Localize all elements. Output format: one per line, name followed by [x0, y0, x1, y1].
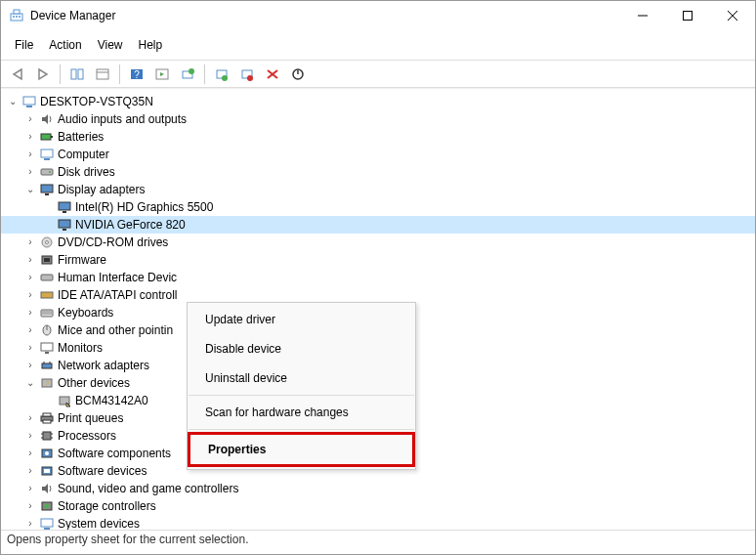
- expander-icon[interactable]: ›: [22, 321, 38, 339]
- expander-icon[interactable]: ›: [22, 146, 38, 163]
- properties-button[interactable]: [92, 64, 113, 85]
- svg-rect-61: [43, 420, 51, 423]
- scan-hardware-button[interactable]: [177, 64, 198, 85]
- svg-text:?: ?: [45, 379, 50, 388]
- mouse-icon: [38, 322, 56, 338]
- tree-node-nvidia-geforce[interactable]: NVIDIA GeForce 820: [1, 216, 755, 234]
- back-button[interactable]: [7, 64, 28, 85]
- close-button[interactable]: [710, 1, 755, 30]
- expander-icon[interactable]: ›: [22, 480, 38, 497]
- update-driver-button[interactable]: [211, 64, 232, 85]
- expander-icon[interactable]: ›: [22, 515, 38, 530]
- tree-node-intel-graphics[interactable]: Intel(R) HD Graphics 5500: [1, 198, 755, 216]
- statusbar: Opens property sheet for the current sel…: [1, 530, 755, 551]
- node-label: Sound, video and game controllers: [58, 480, 238, 497]
- svg-rect-35: [59, 202, 70, 210]
- svg-rect-6: [684, 12, 693, 21]
- monitor-icon: [38, 340, 56, 356]
- tree-node-sysdev[interactable]: › System devices: [1, 515, 755, 530]
- tree-node-storage[interactable]: › Storage controllers: [1, 497, 755, 515]
- expander-icon[interactable]: ⌄: [22, 374, 38, 392]
- printer-icon: [38, 410, 56, 426]
- dvd-icon: [38, 235, 56, 250]
- disable-device-button[interactable]: [262, 64, 283, 85]
- node-label: Storage controllers: [58, 497, 156, 515]
- expander-icon[interactable]: ›: [22, 251, 38, 269]
- context-disable-device[interactable]: Disable device: [188, 334, 415, 363]
- expander-icon[interactable]: ›: [22, 357, 38, 374]
- node-label: Print queues: [58, 409, 123, 427]
- expander-icon[interactable]: ⌄: [22, 181, 38, 198]
- action-button[interactable]: [151, 64, 173, 85]
- context-update-driver[interactable]: Update driver: [188, 305, 415, 334]
- expander-icon[interactable]: ›: [22, 110, 38, 128]
- svg-rect-44: [41, 292, 53, 298]
- storage-icon: [38, 498, 56, 514]
- svg-point-32: [49, 171, 51, 173]
- svg-rect-31: [41, 169, 53, 175]
- audio-icon: [38, 111, 56, 127]
- node-label: Firmware: [58, 251, 106, 269]
- expander-icon[interactable]: ›: [22, 269, 38, 286]
- expander-icon[interactable]: ›: [22, 304, 38, 321]
- enable-device-button[interactable]: [287, 64, 309, 85]
- device-tree[interactable]: ⌄ DESKTOP-VSTQ35N › Audio inputs and out…: [1, 88, 755, 530]
- tree-node-computer[interactable]: › Computer: [1, 146, 755, 163]
- software-icon: [38, 446, 56, 461]
- expander-icon[interactable]: ⌄: [5, 93, 21, 110]
- context-properties[interactable]: Properties: [188, 432, 415, 467]
- context-uninstall-device[interactable]: Uninstall device: [188, 363, 415, 393]
- computer-icon: [38, 147, 56, 162]
- help-button[interactable]: ?: [126, 64, 147, 85]
- node-label: Keyboards: [58, 304, 113, 321]
- uninstall-device-button[interactable]: [236, 64, 258, 85]
- menu-view[interactable]: View: [90, 34, 131, 56]
- software-device-icon: [38, 463, 56, 479]
- computer-icon: [21, 94, 38, 109]
- menu-file[interactable]: File: [7, 34, 41, 56]
- tree-node-display[interactable]: ⌄ Display adapters: [1, 181, 755, 198]
- node-label: Other devices: [58, 374, 130, 392]
- expander-icon[interactable]: ›: [22, 234, 38, 251]
- tree-node-audio[interactable]: › Audio inputs and outputs: [1, 110, 755, 128]
- menu-action[interactable]: Action: [41, 34, 89, 56]
- display-adapter-icon: [56, 199, 73, 215]
- expander-icon[interactable]: ›: [22, 462, 38, 480]
- minimize-button[interactable]: [620, 1, 665, 30]
- node-label: Batteries: [58, 128, 104, 146]
- node-label: Network adapters: [58, 357, 149, 374]
- show-hide-tree-button[interactable]: [66, 64, 88, 85]
- menu-help[interactable]: Help: [131, 34, 171, 56]
- tree-node-sound[interactable]: › Sound, video and game controllers: [1, 480, 755, 497]
- expander-icon[interactable]: ›: [22, 163, 38, 181]
- node-label: Monitors: [58, 339, 103, 357]
- svg-rect-36: [63, 211, 66, 213]
- node-label: Mice and other pointin: [58, 321, 173, 339]
- tree-node-disk[interactable]: › Disk drives: [1, 163, 755, 181]
- tree-node-dvd[interactable]: › DVD/CD-ROM drives: [1, 234, 755, 251]
- status-text: Opens property sheet for the current sel…: [7, 533, 248, 546]
- tree-node-hid[interactable]: › Human Interface Devic: [1, 269, 755, 286]
- expander-icon[interactable]: ›: [22, 286, 38, 304]
- expander-icon[interactable]: ›: [22, 128, 38, 146]
- maximize-button[interactable]: [665, 1, 710, 30]
- expander-icon[interactable]: ›: [22, 445, 38, 462]
- network-icon: [38, 358, 56, 373]
- toolbar: ?: [1, 61, 755, 88]
- expander-icon[interactable]: ›: [22, 497, 38, 515]
- context-scan-hardware[interactable]: Scan for hardware changes: [188, 398, 415, 427]
- svg-rect-50: [41, 343, 53, 351]
- tree-node-firmware[interactable]: › Firmware: [1, 251, 755, 269]
- display-adapter-icon: [56, 217, 73, 233]
- context-separator: [189, 429, 414, 430]
- tree-node-batteries[interactable]: › Batteries: [1, 128, 755, 146]
- expander-icon[interactable]: ›: [22, 339, 38, 357]
- expander-icon[interactable]: ›: [22, 409, 38, 427]
- tree-root[interactable]: ⌄ DESKTOP-VSTQ35N: [1, 93, 755, 110]
- expander-icon[interactable]: ›: [22, 427, 38, 445]
- svg-rect-51: [45, 352, 49, 354]
- root-label: DESKTOP-VSTQ35N: [40, 93, 153, 110]
- disk-icon: [38, 164, 56, 180]
- context-separator: [189, 395, 414, 396]
- forward-button[interactable]: [32, 64, 54, 85]
